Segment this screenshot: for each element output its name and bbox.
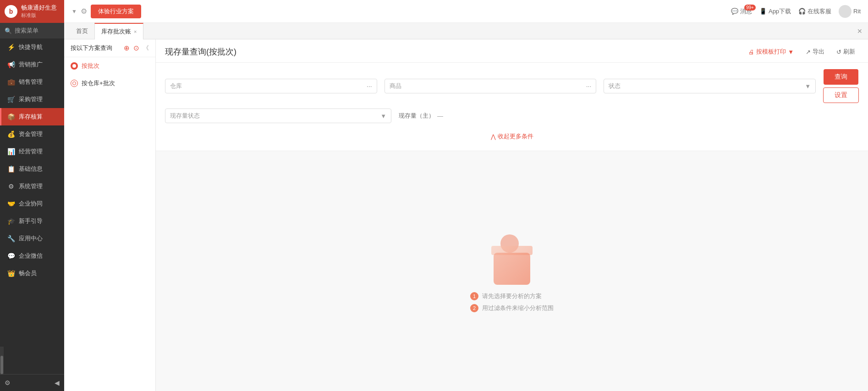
nav-label-4: 库存核算	[19, 113, 43, 121]
query-button[interactable]: 查询	[824, 69, 858, 85]
footer-collapse-btn[interactable]: ◀	[55, 379, 60, 386]
filter-row-2: 现存量状态 ▼ 现存量（主） —	[165, 109, 859, 123]
sidebar-item-畅会员[interactable]: 👑 畅会员	[0, 265, 64, 282]
collapse-filter-icon[interactable]: 《	[143, 44, 149, 52]
collapse-conditions-bar[interactable]: ⋀ 收起更多条件	[165, 129, 859, 144]
nav-icon-10: 🎓	[7, 217, 15, 225]
nav-label-3: 采购管理	[19, 95, 43, 103]
sidebar-item-企业协同[interactable]: 🤝 企业协同	[0, 195, 64, 212]
filter-item-warehouse-batch[interactable]: 按仓库+批次	[64, 75, 155, 92]
sidebar: b 畅康通好生意 标准版 🔍 搜索菜单 ⚡ 快捷导航 📢 营销推广 💼 销售管理…	[0, 0, 64, 391]
filter-dash: —	[437, 113, 443, 119]
sidebar-item-快捷导航[interactable]: ⚡ 快捷导航	[0, 38, 64, 56]
print-template-btn[interactable]: 🖨 按模板打印 ▼	[745, 46, 797, 58]
nav-icon-0: ⚡	[7, 43, 15, 51]
tab-panel-close-icon[interactable]: ✕	[857, 27, 863, 35]
sidebar-footer: ⚙ ◀	[0, 374, 64, 391]
nav-label-6: 经营管理	[19, 147, 43, 156]
sidebar-item-经营管理[interactable]: 📊 经营管理	[0, 143, 64, 160]
active-dot	[71, 62, 78, 70]
topbar-right: 💬 消息 99+ 📱 App下载 🎧 在线客服 Rit	[731, 5, 861, 18]
online-service-group[interactable]: 🎧 在线客服	[798, 7, 831, 16]
stock-status-select[interactable]: 现存量状态 ▼	[165, 109, 391, 123]
stock-status-field: 现存量状态 ▼	[165, 109, 391, 123]
sidebar-item-销售管理[interactable]: 💼 销售管理	[0, 73, 64, 91]
refresh-btn[interactable]: ↺ 刷新	[833, 46, 859, 58]
sidebar-search[interactable]: 🔍 搜索菜单	[0, 23, 64, 38]
tab-close-icon[interactable]: ×	[134, 29, 137, 34]
nav-icon-1: 📢	[7, 60, 15, 69]
status-dropdown-icon: ▼	[805, 83, 811, 90]
nav-icon-11: 🔧	[7, 234, 15, 243]
nav-label-1: 营销推广	[19, 60, 43, 69]
topbar: ▼ ⚙ 体验行业方案 💬 消息 99+ 📱 App下载 🎧 在线客服 Rit	[64, 0, 868, 23]
refresh-label: 刷新	[843, 48, 855, 56]
sidebar-item-新手引导[interactable]: 🎓 新手引导	[0, 212, 64, 230]
sidebar-item-库存核算[interactable]: 📦 库存核算	[0, 108, 64, 125]
app-title-group: 畅康通好生意 标准版	[21, 4, 57, 19]
sidebar-item-基础信息[interactable]: 📋 基础信息	[0, 160, 64, 178]
warehouse-more-icon[interactable]: ···	[367, 82, 372, 90]
topbar-left: ▼ ⚙ 体验行业方案	[71, 5, 726, 18]
sidebar-item-系统管理[interactable]: ⚙ 系统管理	[0, 178, 64, 195]
topbar-dropdown[interactable]: ▼	[71, 8, 77, 15]
topbar-gear-icon[interactable]: ⚙	[81, 7, 87, 16]
export-btn[interactable]: ↗ 导出	[802, 46, 828, 58]
nav-label-13: 畅会员	[19, 269, 37, 277]
export-label: 导出	[813, 48, 824, 56]
filter-item-batch[interactable]: 按批次	[64, 57, 155, 75]
tab-home[interactable]: 首页	[70, 23, 94, 39]
app-logo: b	[5, 5, 17, 18]
messages-badge: 99+	[744, 5, 756, 11]
stock-status-dropdown-icon: ▼	[380, 113, 386, 119]
collapse-label: 收起更多条件	[498, 132, 533, 141]
settings-scheme-icon[interactable]: ⊙	[133, 44, 139, 52]
filter-panel-header: 按以下方案查询 ⊕ ⊙ 《	[64, 39, 155, 57]
nav-icon-12: 💬	[7, 252, 15, 260]
sidebar-item-营销推广[interactable]: 📢 营销推广	[0, 56, 64, 73]
content-area: 按以下方案查询 ⊕ ⊙ 《 按批次 按仓库+批次 现存量查询(按批次)	[64, 39, 868, 391]
nav-icon-6: 📊	[7, 147, 15, 156]
sidebar-item-采购管理[interactable]: 🛒 采购管理	[0, 91, 64, 108]
print-dropdown-icon[interactable]: ▼	[788, 49, 794, 55]
nav-label-12: 企业微信	[19, 252, 43, 260]
product-input[interactable]: 商品 ···	[385, 79, 597, 93]
settings-button[interactable]: 设置	[823, 87, 859, 103]
print-icon: 🖨	[748, 49, 754, 55]
warehouse-input[interactable]: 仓库 ···	[165, 79, 377, 93]
nav-label-7: 基础信息	[19, 165, 43, 173]
scroll-thumb	[0, 356, 3, 374]
inactive-dot	[71, 80, 78, 87]
sidebar-item-企业微信[interactable]: 💬 企业微信	[0, 247, 64, 265]
refresh-icon: ↺	[836, 49, 841, 55]
export-icon: ↗	[806, 49, 811, 55]
hint-text-2: 用过滤条件来缩小分析范围	[482, 304, 554, 312]
sidebar-header: b 畅康通好生意 标准版	[0, 0, 64, 23]
nav-label-0: 快捷导航	[19, 43, 43, 51]
stock-status-label: 现存量状态	[170, 112, 200, 120]
filter-panel-title: 按以下方案查询	[71, 44, 112, 52]
sidebar-item-应用中心[interactable]: 🔧 应用中心	[0, 230, 64, 247]
footer-settings-btn[interactable]: ⚙	[5, 379, 11, 386]
hint-num-2: 2	[470, 304, 478, 312]
sidebar-scrollbar[interactable]	[0, 347, 4, 374]
product-more-icon[interactable]: ···	[586, 82, 592, 90]
user-group[interactable]: Rit	[839, 5, 861, 18]
nav-icon-8: ⚙	[7, 182, 15, 190]
tab-stock-batch[interactable]: 库存批次账 ×	[94, 23, 143, 39]
sidebar-search-label: 搜索菜单	[15, 27, 38, 35]
user-avatar	[839, 5, 852, 18]
empty-hints: 1 请先选择要分析的方案 2 用过滤条件来缩小分析范围	[470, 292, 554, 312]
add-scheme-icon[interactable]: ⊕	[124, 44, 130, 52]
warehouse-placeholder: 仓库	[170, 82, 182, 90]
trial-industry-button[interactable]: 体验行业方案	[91, 5, 141, 18]
collapse-up-icon: ⋀	[491, 133, 496, 140]
app-title: 畅康通好生意	[21, 4, 57, 12]
sidebar-item-资金管理[interactable]: 💰 资金管理	[0, 125, 64, 143]
app-download-group[interactable]: 📱 App下载	[759, 7, 791, 16]
empty-illustration	[484, 230, 539, 285]
nav-icon-2: 💼	[7, 78, 15, 86]
messages-group[interactable]: 💬 消息 99+	[731, 7, 752, 16]
status-select[interactable]: 状态 ▼	[604, 79, 816, 93]
main-area: ▼ ⚙ 体验行业方案 💬 消息 99+ 📱 App下载 🎧 在线客服 Rit	[64, 0, 868, 391]
